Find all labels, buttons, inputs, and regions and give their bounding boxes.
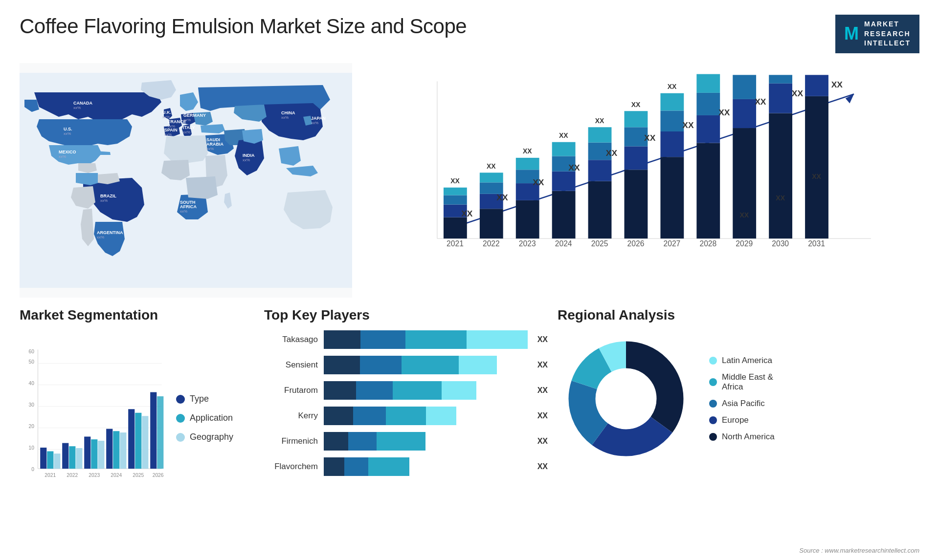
uk-pct: xx%	[162, 115, 170, 119]
bar-2021-3	[444, 195, 467, 204]
world-map-svg: CANADA xx% U.S. xx% MEXICO xx% BRAZIL xx…	[20, 63, 352, 298]
me-label: Middle East &Africa	[722, 372, 773, 392]
player-firmenich: Firmenich XX	[264, 432, 548, 451]
flavorchem-xx: XX	[537, 462, 548, 471]
logo-box: M MARKET RESEARCH INTELLECT	[835, 15, 919, 53]
safrica-label2: AFRICA	[180, 204, 197, 209]
xx-2027-top: XX	[682, 120, 694, 130]
application-dot	[176, 414, 185, 423]
bar-2029-1	[733, 128, 756, 238]
type-label: Type	[190, 394, 209, 404]
brazil-label: BRAZIL	[100, 194, 116, 198]
flavorchem-bar	[324, 457, 528, 476]
safrica-pct: xx%	[180, 209, 187, 214]
year-2028: 2028	[699, 239, 716, 248]
la-label: Latin America	[722, 356, 772, 366]
seasia-path	[279, 146, 301, 166]
argentina-label: ARGENTINA	[97, 230, 123, 235]
bar-2027-2	[660, 131, 684, 157]
year-2024: 2024	[555, 239, 572, 248]
n-africa-path	[164, 135, 208, 163]
kerry-xx: XX	[537, 411, 548, 420]
bar-2023-4	[516, 158, 539, 170]
china-label: CHINA	[281, 110, 295, 115]
bar-2024-1	[552, 191, 576, 238]
spain-label: SPAIN	[164, 128, 178, 132]
top-section: CANADA xx% U.S. xx% MEXICO xx% BRAZIL xx…	[20, 63, 919, 298]
year-2027: 2027	[664, 239, 681, 248]
players-chart: Takasago XX Sensient	[264, 330, 548, 476]
svg-rect-33	[142, 416, 148, 469]
svg-text:2024: 2024	[111, 473, 122, 478]
logo-line3: INTELLECT	[864, 39, 911, 48]
bar-2031-2	[805, 75, 828, 96]
bar-2028-2	[696, 115, 720, 143]
bar-2028-1	[696, 143, 720, 238]
bar-2021-1	[444, 217, 467, 238]
bar-2022-1	[480, 209, 503, 238]
na-label: North America	[722, 432, 775, 442]
legend-geography: Geography	[176, 432, 254, 442]
seg-content: 0 10 20 30 40 50 60	[20, 330, 254, 506]
player-flavorchem: Flavorchem XX	[264, 457, 548, 476]
xx-2025-top: XX	[606, 148, 618, 157]
canada-label: CANADA	[73, 101, 92, 106]
me-dot	[709, 378, 717, 386]
mexico-label: MEXICO	[59, 150, 76, 154]
map-container: CANADA xx% U.S. xx% MEXICO xx% BRAZIL xx…	[20, 63, 352, 298]
bar-2027-1	[660, 157, 684, 238]
segmentation-title: Market Segmentation	[20, 307, 254, 323]
xx-label-c: XX	[776, 194, 785, 202]
svg-rect-26	[91, 439, 97, 469]
players-title: Top Key Players	[264, 307, 548, 323]
donut-area	[558, 330, 694, 467]
reg-europe: Europe	[709, 415, 919, 425]
regional-legend: Latin America Middle East &Africa Asia P…	[709, 356, 919, 442]
year-2026: 2026	[627, 239, 645, 248]
page-title: Coffee Flavoring Emulsion Market Size an…	[20, 15, 467, 38]
bar-2029-3	[733, 75, 756, 99]
japan-pct: xx%	[311, 121, 318, 125]
xx-2023-top: XX	[533, 177, 544, 187]
pakistan-path	[242, 129, 263, 144]
reg-latin-america: Latin America	[709, 356, 919, 366]
xx-2030-top: XX	[792, 88, 804, 98]
svg-rect-34	[150, 392, 156, 469]
sensient-bar	[324, 356, 528, 374]
sensient-xx: XX	[537, 361, 548, 369]
china-pct: xx%	[281, 115, 289, 120]
bar-2030-2	[769, 84, 792, 113]
xx-2031-top: XX	[831, 80, 843, 89]
svg-text:2023: 2023	[89, 473, 100, 478]
donut-svg	[558, 330, 694, 467]
turkey-path	[201, 124, 225, 133]
bar-chart-container: 2021 XX 2022 XX 2023 XX	[362, 63, 919, 298]
year-2022: 2022	[483, 239, 500, 248]
svg-rect-24	[76, 448, 82, 469]
japan-label: JAPAN	[311, 116, 326, 121]
svg-rect-32	[135, 413, 141, 469]
legend-type: Type	[176, 394, 254, 404]
bar-2027-4	[660, 93, 684, 111]
svg-text:50: 50	[29, 359, 35, 364]
firmenich-bar	[324, 432, 528, 451]
bar-2025-4	[588, 127, 612, 142]
player-takasago: Takasago XX	[264, 330, 548, 349]
regional-title: Regional Analysis	[558, 307, 919, 323]
svg-text:20: 20	[29, 423, 35, 429]
xx-2027: XX	[668, 83, 677, 90]
xx-2028-top: XX	[718, 108, 730, 117]
year-2023: 2023	[519, 239, 536, 248]
logo-line1: MARKET	[864, 20, 911, 29]
italy-label: ITALY	[183, 125, 195, 130]
player-sensient: Sensient XX	[264, 356, 548, 374]
year-2021: 2021	[447, 239, 464, 248]
svg-text:2022: 2022	[67, 473, 78, 478]
svg-rect-25	[84, 436, 90, 469]
germany-pct: xx%	[183, 118, 191, 122]
xx-2025: XX	[595, 116, 604, 124]
saudi-label2: ARABIA	[206, 142, 224, 147]
type-dot	[176, 395, 185, 404]
svg-text:2021: 2021	[45, 473, 56, 478]
bar-2023-1	[516, 200, 539, 238]
